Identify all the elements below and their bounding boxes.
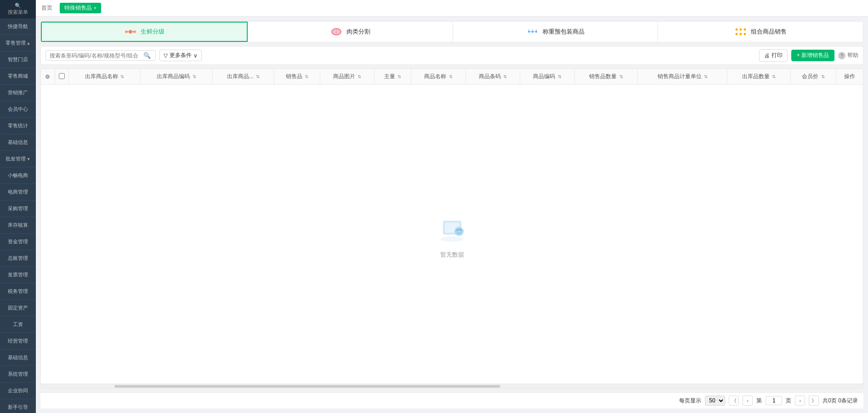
sidebar-item-base-info2[interactable]: 基础信息 (0, 350, 36, 366)
sort-icon-out-code: ⇅ (193, 74, 196, 79)
sidebar-item-ecom-mgmt[interactable]: 电商管理 (0, 184, 36, 201)
sort-icon-product-img: ⇅ (357, 74, 361, 79)
sidebar-item-capital-mgmt[interactable]: 资金管理 (0, 234, 36, 250)
sidebar-item-batch-mgmt[interactable]: 批发管理 ▼ (0, 151, 36, 167)
h-scroll-bar[interactable] (41, 384, 863, 388)
tab-meat-cut[interactable]: 肉类分割 (248, 22, 453, 42)
svg-point-19 (740, 33, 742, 35)
search-input-wrap[interactable]: 🔍 (45, 50, 156, 61)
th-sales-qty[interactable]: 销售品数量 ⇅ (574, 69, 638, 85)
first-page-button[interactable]: 《 (729, 396, 739, 406)
sidebar-item-mini-ecom[interactable]: 小畅电商 (0, 167, 36, 184)
breadcrumb-active-tab[interactable]: 特殊销售品 × (60, 3, 101, 13)
sidebar-item-smart-store[interactable]: 智慧门店 (0, 52, 36, 68)
th-weight[interactable]: 主量 ⇅ (374, 69, 411, 85)
toolbar-left: 🔍 ▽ 更多条件 ∨ (45, 50, 202, 61)
sidebar-item-retail-mgmt[interactable]: 零售管理 ▲ (0, 35, 36, 52)
new-guide-label: 新手引导 (8, 404, 28, 411)
total-text: 共0页 0条记录 (823, 397, 858, 405)
retail-mgmt-arrow: ▲ (27, 41, 31, 46)
print-icon: 🖨 (764, 52, 770, 59)
th-out-item[interactable]: 出库商品... ⇅ (212, 69, 274, 85)
th-product-code[interactable]: 商品编码 ⇅ (520, 69, 574, 85)
sidebar-item-invoice-mgmt[interactable]: 发票管理 (0, 267, 36, 283)
smart-store-label: 智慧门店 (8, 56, 28, 63)
help-button[interactable]: ? 帮助 (838, 52, 858, 59)
sidebar-search[interactable]: 🔍 搜索菜单 (0, 0, 36, 18)
sidebar-item-sys-mgmt[interactable]: 系统管理 (0, 366, 36, 383)
th-sales-item[interactable]: 销售品 ⇅ (274, 69, 320, 85)
last-page-button[interactable]: 》 (809, 396, 819, 406)
sidebar-item-basic-info[interactable]: 基础信息 (0, 134, 36, 151)
sidebar-item-purchase-mgmt[interactable]: 采购管理 (0, 201, 36, 217)
sidebar-item-sales-promo[interactable]: 营销推广 (0, 85, 36, 101)
sidebar-item-enterprise-coop[interactable]: 企业协同 (0, 383, 36, 399)
quick-nav-label: 快捷导航 (8, 23, 28, 30)
th-action: 操作 (836, 69, 863, 85)
th-gear[interactable]: ⚙ (41, 69, 55, 85)
sidebar-item-quick-nav[interactable]: 快捷导航 (0, 18, 36, 35)
retail-mall-label: 零售商城 (8, 73, 28, 80)
prev-page-icon: ‹ (747, 398, 749, 403)
th-out-code[interactable]: 出库商品编码 ⇅ (141, 69, 213, 85)
table-wrap: ⚙ 出库商品名称 ⇅ 出库商品编码 ⇅ (40, 69, 863, 389)
sidebar-item-tax-mgmt[interactable]: 税务管理 (0, 283, 36, 300)
next-page-button[interactable]: › (795, 396, 805, 406)
sidebar-item-ops-mgmt[interactable]: 经营管理 (0, 333, 36, 350)
page-number-input[interactable] (766, 396, 782, 405)
svg-point-25 (457, 229, 459, 231)
per-page-select[interactable]: 50 (705, 396, 725, 406)
fresh-grade-icon (124, 27, 137, 36)
tax-mgmt-label: 税务管理 (8, 288, 28, 295)
sidebar-item-salary[interactable]: 工资 (0, 316, 36, 333)
page-unit: 页 (786, 397, 791, 405)
breadcrumb-home[interactable]: 首页 (41, 4, 52, 12)
th-sales-unit[interactable]: 销售商品计量单位 ⇅ (638, 69, 727, 85)
invoice-mgmt-label: 发票管理 (8, 271, 28, 278)
tab-meat-cut-label: 肉类分割 (346, 28, 370, 36)
toolbar-right: 🖨 打印 + 新增销售品 ? 帮助 (759, 49, 858, 62)
th-product-name[interactable]: 商品名称 ⇅ (411, 69, 465, 85)
prev-page-button[interactable]: ‹ (743, 396, 753, 406)
th-member-price[interactable]: 会员价 ⇅ (790, 69, 836, 85)
select-all-checkbox[interactable] (59, 73, 65, 79)
th-check[interactable] (55, 69, 68, 85)
sidebar-item-general-ledger[interactable]: 总账管理 (0, 250, 36, 267)
tab-fresh-grade[interactable]: 生鲜分级 (41, 22, 248, 42)
svg-point-21 (441, 236, 464, 242)
sort-icon-product-code: ⇅ (558, 74, 562, 79)
pagination-bar: 每页显示 50 《 ‹ 第 页 › 》 共0页 0条记录 (40, 392, 863, 408)
sort-icon-sales-unit: ⇅ (704, 74, 708, 79)
sidebar-search-label: 搜索菜单 (2, 9, 34, 16)
tab-weigh-pack[interactable]: 称重预包装商品 (453, 22, 658, 42)
general-ledger-label: 总账管理 (8, 255, 28, 262)
batch-mgmt-arrow: ▼ (27, 157, 31, 161)
th-product-img[interactable]: 商品图片 ⇅ (320, 69, 374, 85)
print-button[interactable]: 🖨 打印 (759, 49, 788, 62)
help-label: 帮助 (847, 52, 858, 59)
tab-fresh-grade-label: 生鲜分级 (141, 28, 165, 36)
sidebar-item-fixed-assets[interactable]: 固定资产 (0, 300, 36, 316)
sidebar-item-member-center[interactable]: 会员中心 (0, 101, 36, 118)
close-tab-button[interactable]: × (94, 6, 96, 11)
svg-point-20 (744, 33, 746, 35)
filter-button[interactable]: ▽ 更多条件 ∨ (159, 50, 202, 61)
sidebar-item-retail-mall[interactable]: 零售商城 (0, 68, 36, 85)
sidebar-item-inventory-check[interactable]: 库存核算 (0, 217, 36, 234)
purchase-mgmt-label: 采购管理 (8, 205, 28, 212)
add-sales-button[interactable]: + 新增销售品 (791, 50, 834, 61)
th-barcode[interactable]: 商品条码 ⇅ (465, 69, 520, 85)
sidebar-item-retail-stats[interactable]: 零售统计 (0, 118, 36, 134)
gear-icon: ⚙ (45, 74, 50, 80)
sort-icon-out-item: ⇅ (256, 74, 260, 79)
sidebar-item-new-guide[interactable]: 新手引导 (0, 399, 36, 413)
tab-combo-sales[interactable]: 组合商品销售 (658, 22, 863, 42)
th-out-qty[interactable]: 出库品数量 ⇅ (727, 69, 791, 85)
inventory-check-label: 库存核算 (8, 222, 28, 229)
base-info2-label: 基础信息 (8, 354, 28, 361)
weigh-pack-icon (526, 27, 539, 36)
th-out-name[interactable]: 出库商品名称 ⇅ (68, 69, 141, 85)
search-input[interactable] (50, 52, 142, 59)
basic-info-label: 基础信息 (8, 139, 28, 146)
toolbar: 🔍 ▽ 更多条件 ∨ 🖨 打印 + 新增销售品 ? 帮助 (40, 46, 863, 65)
